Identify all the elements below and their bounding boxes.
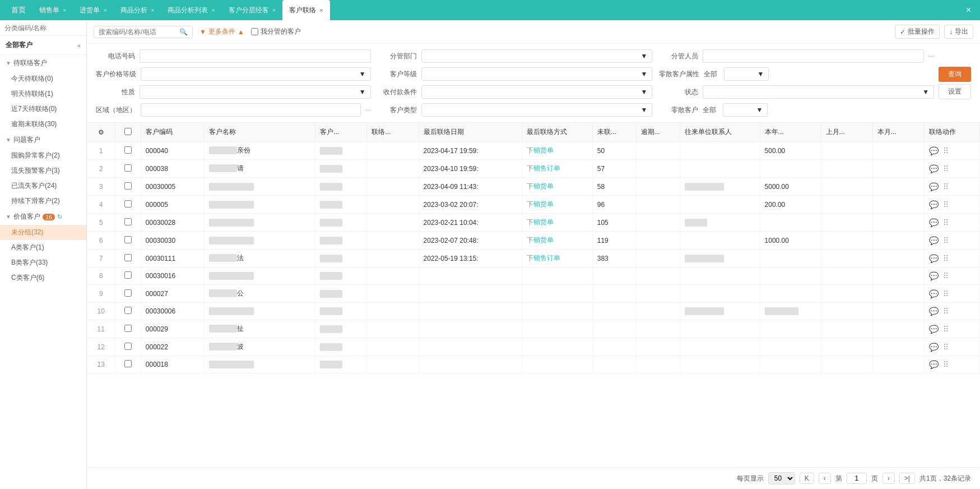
sidebar-item-group-b[interactable]: B类客户(33)	[0, 255, 86, 270]
row-way[interactable]: 下销货单	[522, 232, 592, 250]
sidebar-item-group-c[interactable]: C类客户(6)	[0, 270, 86, 285]
row-check[interactable]	[115, 285, 141, 303]
close-tab-analysis-list[interactable]: ×	[211, 7, 215, 13]
col-header-thismonth[interactable]: 本月...	[872, 123, 924, 142]
close-tab-analysis[interactable]: ×	[151, 7, 154, 13]
more-icon[interactable]: ⠿	[943, 343, 949, 352]
message-icon[interactable]: 💬	[929, 236, 939, 245]
sidebar-item-unclassified[interactable]: 未分组(32)	[0, 225, 86, 240]
more-icon[interactable]: ⠿	[943, 307, 949, 316]
col-header-contact[interactable]: 联络...	[367, 123, 419, 142]
problem-group-title[interactable]: ▼ 问题客户	[0, 132, 86, 148]
more-icon[interactable]: ⠿	[943, 164, 949, 173]
close-tab-purchase[interactable]: ×	[103, 7, 106, 13]
row-way[interactable]	[522, 338, 592, 356]
close-tab-sales[interactable]: ×	[63, 7, 66, 13]
tab-customer-contact[interactable]: 客户联络 ×	[282, 0, 329, 20]
row-check[interactable]	[115, 142, 141, 160]
sidebar-item-churn-risk[interactable]: 流失预警客户(3)	[0, 163, 86, 178]
gear-header[interactable]: ⚙	[87, 123, 115, 142]
row-checkbox-10[interactable]	[124, 325, 132, 332]
col-header-type[interactable]: 客户...	[315, 123, 367, 142]
next-page-btn[interactable]: ›	[883, 473, 895, 484]
row-way[interactable]	[522, 320, 592, 338]
refresh-icon[interactable]: ↻	[57, 213, 62, 220]
col-header-overdue[interactable]: 逾期...	[636, 123, 680, 142]
sidebar-search-box[interactable]: 🔍	[0, 20, 86, 36]
message-icon[interactable]: 💬	[929, 146, 939, 155]
row-check[interactable]	[115, 303, 141, 320]
row-checkbox-11[interactable]	[124, 343, 132, 350]
close-tab-segment[interactable]: ×	[272, 7, 276, 13]
row-way[interactable]	[522, 303, 592, 320]
tab-purchase[interactable]: 进货单 ×	[73, 0, 113, 20]
more-icon[interactable]: ⠿	[943, 271, 949, 280]
filter-cust-type-select[interactable]: ▼	[421, 103, 653, 117]
row-check[interactable]	[115, 232, 141, 250]
more-conditions-btn[interactable]: ▼ 更多条件 ▲	[199, 27, 244, 36]
all-customers-header[interactable]: 全部客户 «	[0, 36, 86, 55]
row-checkbox-1[interactable]	[124, 164, 132, 172]
last-page-btn[interactable]: >|	[899, 473, 915, 484]
message-icon[interactable]: 💬	[929, 360, 939, 369]
sidebar-item-tomorrow[interactable]: 明天待联络(1)	[0, 86, 86, 102]
filter-manager-input[interactable]	[703, 49, 924, 63]
close-window-btn[interactable]: ×	[962, 5, 976, 15]
reset-btn[interactable]: 设置	[939, 84, 971, 99]
page-size-select[interactable]: 50	[768, 472, 795, 485]
row-check[interactable]	[115, 160, 141, 178]
row-checkbox-5[interactable]	[124, 236, 132, 243]
row-way[interactable]: 下销售订单	[522, 250, 592, 267]
col-header-way[interactable]: 最后联络方式	[522, 123, 592, 142]
row-checkbox-6[interactable]	[124, 254, 132, 261]
row-check[interactable]	[115, 338, 141, 356]
row-checkbox-8[interactable]	[124, 289, 132, 297]
value-group-title[interactable]: ▼ 价值客户 16 ↻	[0, 209, 86, 225]
check-all-header[interactable]	[115, 123, 141, 142]
message-icon[interactable]: 💬	[929, 218, 939, 227]
close-tab-contact[interactable]: ×	[319, 7, 323, 13]
sidebar-item-declining[interactable]: 持续下滑客户(2)	[0, 193, 86, 209]
more-icon[interactable]: ⠿	[943, 146, 949, 155]
message-icon[interactable]: 💬	[929, 343, 939, 352]
filter-price-grade-select[interactable]: ▼	[141, 67, 371, 81]
row-check[interactable]	[115, 196, 141, 214]
filter-payment-select[interactable]: ▼	[421, 85, 653, 99]
row-checkbox-9[interactable]	[124, 307, 132, 314]
col-header-name[interactable]: 客户名称	[205, 123, 315, 142]
col-header-uncontact[interactable]: 未联...	[592, 123, 636, 142]
more-icon[interactable]: ⠿	[943, 236, 949, 245]
row-way[interactable]: 下销货单	[522, 214, 592, 232]
message-icon[interactable]: 💬	[929, 164, 939, 173]
page-input[interactable]	[847, 473, 867, 484]
message-icon[interactable]: 💬	[929, 271, 939, 280]
tab-analysis-list[interactable]: 商品分析列表 ×	[161, 0, 221, 20]
message-icon[interactable]: 💬	[929, 182, 939, 191]
col-header-date[interactable]: 最后联络日期	[419, 123, 522, 142]
row-check[interactable]	[115, 214, 141, 232]
more-icon[interactable]: ⠿	[943, 289, 949, 298]
row-checkbox-2[interactable]	[124, 182, 132, 190]
first-page-btn[interactable]: K	[800, 473, 814, 484]
row-way[interactable]: 下销售订单	[522, 160, 592, 178]
pending-group-title[interactable]: ▼ 待联络客户	[0, 55, 86, 71]
row-way[interactable]: 下销货单	[522, 178, 592, 196]
row-way[interactable]	[522, 285, 592, 303]
col-header-thisyear[interactable]: 本年...	[760, 123, 821, 142]
row-check[interactable]	[115, 267, 141, 285]
message-icon[interactable]: 💬	[929, 200, 939, 209]
my-customers-checkbox-label[interactable]: 我分管的客户	[251, 27, 301, 36]
sidebar-item-group-a[interactable]: A类客户(1)	[0, 240, 86, 255]
message-icon[interactable]: 💬	[929, 325, 939, 334]
export-btn[interactable]: ↓ 导出	[944, 25, 973, 39]
filter-retail-attr-select[interactable]: ▼	[724, 67, 769, 81]
filter-manager-dots[interactable]: ···	[928, 52, 934, 60]
more-icon[interactable]: ⠿	[943, 200, 949, 209]
sidebar-item-today[interactable]: 今天待联络(0)	[0, 71, 86, 86]
tab-customer-segment[interactable]: 客户分层经客 ×	[222, 0, 282, 20]
filter-phone-input[interactable]	[140, 49, 371, 63]
col-header-lastmonth[interactable]: 上月...	[821, 123, 872, 142]
my-customers-checkbox[interactable]	[251, 28, 258, 35]
row-checkbox-0[interactable]	[124, 146, 132, 154]
filter-region-input[interactable]	[141, 103, 361, 117]
